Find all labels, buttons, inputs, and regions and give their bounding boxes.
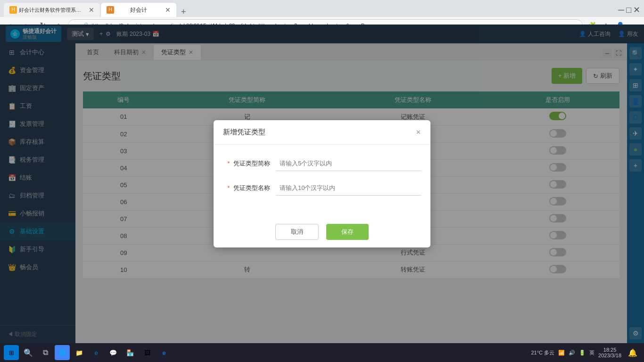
taskbar-right: 21°C 多云 📶 🔊 🔋 英 18:25 2023/3/18 🔔 [531,345,640,360]
taskbar-task-view[interactable]: ⧉ [38,345,53,360]
taskbar-msedge2[interactable]: e [157,345,172,360]
form-label-name: * 凭证类型名称 [223,184,270,192]
taskbar: ⊞ 🔍 ⧉ 🌐 📁 e 💬 🏪 🖼 e 21°C 多云 📶 🔊 🔋 英 18:2… [0,343,644,362]
start-button[interactable]: ⊞ [4,345,19,360]
tab-close-2[interactable]: ✕ [165,6,171,14]
form-label-abbr: * 凭证类型简称 [223,159,270,168]
save-button[interactable]: 保存 [326,224,369,240]
voucher-name-input[interactable] [276,181,421,196]
taskbar-search[interactable]: 🔍 [21,345,36,360]
taskbar-wechat[interactable]: 💬 [106,345,121,360]
modal-header: 新增凭证类型 ✕ [214,120,430,145]
required-mark-name: * [227,184,230,191]
close-browser-button[interactable]: ✕ [633,5,640,15]
cancel-button[interactable]: 取消 [275,224,319,240]
form-row-name: * 凭证类型名称 [223,181,421,196]
browser-tab-2[interactable]: H 好会计 ✕ [101,3,176,17]
lang-indicator[interactable]: 英 [589,349,594,356]
required-mark-abbr: * [227,160,230,167]
add-voucher-type-modal: 新增凭证类型 ✕ * 凭证类型简称 * 凭证类型名称 取消 保存 [214,120,430,247]
taskbar-store[interactable]: 🏪 [123,345,138,360]
battery-icon: 🔋 [579,350,586,356]
taskbar-edge[interactable]: e [89,345,104,360]
tab-close-1[interactable]: ✕ [89,6,94,14]
browser-tab-1[interactable]: H 好会计云财务软件管理系统_会计 ✕ [4,3,100,17]
notification-button[interactable]: 🔔 [625,345,640,360]
tab-label-1: 好会计云财务软件管理系统_会计 [19,7,85,14]
taskbar-photos[interactable]: 🖼 [140,345,155,360]
modal-footer: 取消 保存 [214,216,430,247]
taskbar-chrome[interactable]: 🌐 [55,345,70,360]
tab-label-2: 好会计 [130,6,147,14]
tab-favicon-2: H [107,6,114,14]
network-icon: 📶 [558,350,565,356]
taskbar-date: 2023/3/18 [598,353,621,358]
minimize-button[interactable]: ─ [618,5,624,15]
modal-close-icon[interactable]: ✕ [416,129,421,136]
tab-favicon-1: H [9,6,17,14]
modal-overlay: 新增凭证类型 ✕ * 凭证类型简称 * 凭证类型名称 取消 保存 [0,25,644,343]
sound-icon: 🔊 [569,350,575,356]
taskbar-time-date[interactable]: 18:25 2023/3/18 [598,347,621,358]
form-row-abbr: * 凭证类型简称 [223,156,421,171]
modal-body: * 凭证类型简称 * 凭证类型名称 [214,145,430,216]
voucher-abbr-input[interactable] [276,156,421,171]
taskbar-time: 18:25 [598,347,621,353]
modal-title: 新增凭证类型 [223,128,265,137]
weather-info: 21°C 多云 [531,349,554,356]
new-tab-button[interactable]: + [177,7,190,17]
taskbar-files[interactable]: 📁 [72,345,87,360]
maximize-button[interactable]: □ [626,5,631,15]
